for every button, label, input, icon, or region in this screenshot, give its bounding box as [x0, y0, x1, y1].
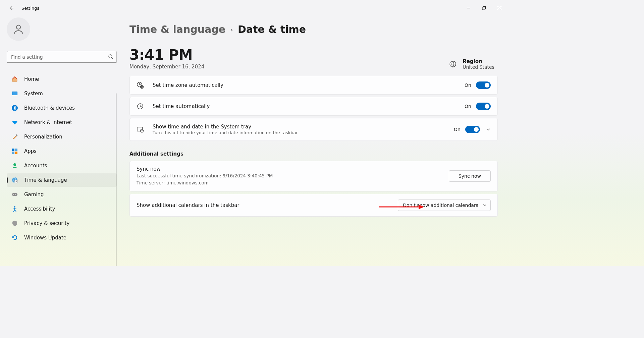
- nav-windows-update[interactable]: Windows Update: [7, 231, 117, 244]
- nav-label: Accounts: [24, 163, 47, 169]
- nav-accessibility[interactable]: Accessibility: [7, 202, 117, 216]
- current-time-block: 3:41 PM Monday, September 16, 2024: [129, 47, 204, 70]
- close-button[interactable]: [492, 3, 507, 13]
- nav-label: Accessibility: [24, 206, 55, 212]
- breadcrumb: Time & language › Date & time: [129, 23, 498, 35]
- maximize-button[interactable]: [476, 3, 492, 13]
- region-block: Region United States: [449, 58, 498, 70]
- window-controls: [461, 3, 507, 13]
- globe-clock-icon: [11, 177, 18, 183]
- svg-point-22: [14, 206, 15, 208]
- nav-label: Apps: [24, 148, 37, 154]
- minimize-button[interactable]: [461, 3, 476, 13]
- additional-settings-heading: Additional settings: [129, 151, 498, 157]
- svg-rect-12: [12, 149, 14, 151]
- gaming-icon: [11, 191, 18, 198]
- systray-toggle[interactable]: [465, 126, 480, 133]
- setting-subtitle: Turn this off to hide your time and date…: [153, 130, 454, 135]
- nav-label: Gaming: [24, 191, 44, 198]
- chevron-down-icon: [482, 203, 487, 208]
- sidebar-scrollbar[interactable]: [116, 93, 117, 266]
- chevron-down-icon[interactable]: [486, 127, 491, 132]
- svg-point-20: [13, 194, 14, 195]
- timezone-icon: [137, 81, 144, 89]
- close-icon: [497, 6, 501, 10]
- setting-title: Set time zone automatically: [153, 82, 465, 88]
- person-icon: [12, 23, 24, 35]
- nav-label: Bluetooth & devices: [24, 105, 75, 111]
- nav-system[interactable]: System: [7, 87, 117, 100]
- maximize-icon: [482, 6, 486, 10]
- sidebar: Home System Bluetooth & devices Network …: [0, 16, 118, 266]
- nav-accounts[interactable]: Accounts: [7, 159, 117, 172]
- toggle-state: On: [454, 127, 461, 132]
- window-title: Settings: [21, 6, 39, 11]
- chevron-right-icon: ›: [230, 25, 233, 34]
- nav-network[interactable]: Network & internet: [7, 116, 117, 129]
- search-icon: [108, 54, 113, 59]
- setting-additional-calendars: Show additional calendars in the taskbar…: [129, 194, 498, 217]
- additional-calendars-select[interactable]: Don't show additional calendars: [398, 200, 491, 211]
- region-value: United States: [463, 64, 494, 70]
- current-time: 3:41 PM: [129, 47, 204, 63]
- svg-point-16: [13, 163, 16, 166]
- sync-server: Time server: time.windows.com: [137, 179, 449, 186]
- accounts-icon: [11, 162, 18, 169]
- toggle-state: On: [465, 104, 471, 109]
- nav-label: Personalization: [24, 134, 62, 140]
- nav-time-language[interactable]: Time & language: [7, 173, 117, 187]
- nav-label: System: [24, 91, 43, 97]
- avatar[interactable]: [7, 17, 30, 41]
- titlebar: Settings: [0, 0, 507, 16]
- timezone-auto-toggle[interactable]: [476, 81, 491, 89]
- clock-icon: [137, 103, 144, 110]
- select-value: Don't show additional calendars: [403, 203, 478, 208]
- toggle-state: On: [465, 82, 471, 88]
- update-icon: [11, 234, 18, 241]
- setting-sync-now: Sync now Last successful time synchroniz…: [129, 161, 498, 191]
- region-label: Region: [463, 58, 494, 64]
- nav-label: Privacy & security: [24, 220, 69, 226]
- nav-label: Time & language: [24, 177, 67, 183]
- taskbar-clock-icon: [137, 126, 144, 133]
- nav-home[interactable]: Home: [7, 72, 117, 86]
- setting-title: Show additional calendars in the taskbar: [137, 202, 398, 208]
- setting-timezone-auto: Set time zone automatically On: [129, 76, 498, 95]
- nav-gaming[interactable]: Gaming: [7, 188, 117, 201]
- apps-icon: [11, 148, 18, 155]
- main-content: Time & language › Date & time 3:41 PM Mo…: [118, 16, 507, 266]
- sidebar-nav: Home System Bluetooth & devices Network …: [7, 72, 118, 244]
- setting-time-auto: Set time automatically On: [129, 97, 498, 116]
- wifi-icon: [11, 119, 18, 126]
- svg-rect-14: [12, 152, 14, 154]
- breadcrumb-parent[interactable]: Time & language: [129, 23, 225, 35]
- system-icon: [11, 90, 18, 97]
- minimize-icon: [467, 6, 471, 10]
- globe-icon: [449, 60, 457, 68]
- svg-rect-2: [482, 7, 485, 10]
- nav-label: Network & internet: [24, 119, 72, 125]
- search-box[interactable]: [7, 51, 117, 63]
- sync-title: Sync now: [137, 166, 449, 172]
- nav-label: Home: [24, 76, 39, 82]
- svg-point-5: [16, 25, 20, 29]
- nav-label: Windows Update: [24, 235, 66, 241]
- arrow-left-icon: [9, 5, 14, 11]
- nav-privacy[interactable]: Privacy & security: [7, 217, 117, 230]
- breadcrumb-current: Date & time: [238, 23, 306, 35]
- brush-icon: [11, 133, 18, 140]
- svg-rect-9: [12, 92, 17, 95]
- nav-bluetooth[interactable]: Bluetooth & devices: [7, 101, 117, 115]
- time-auto-toggle[interactable]: [476, 103, 491, 110]
- button-label: Sync now: [459, 173, 481, 179]
- sync-now-button[interactable]: Sync now: [449, 170, 491, 182]
- svg-rect-19: [12, 193, 17, 196]
- back-button[interactable]: [6, 3, 17, 13]
- accessibility-icon: [11, 206, 18, 212]
- search-input[interactable]: [7, 51, 117, 63]
- nav-apps[interactable]: Apps: [7, 145, 117, 158]
- svg-line-7: [112, 58, 113, 59]
- nav-personalization[interactable]: Personalization: [7, 130, 117, 144]
- setting-title: Set time automatically: [153, 103, 465, 109]
- sync-last: Last successful time synchronization: 9/…: [137, 172, 449, 179]
